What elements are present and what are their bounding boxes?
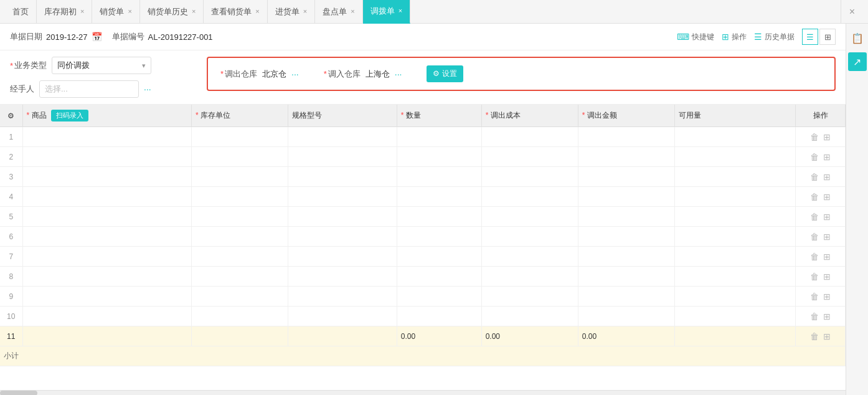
spec-cell[interactable] <box>288 267 397 287</box>
amount-cell[interactable] <box>578 127 674 147</box>
amount-cell[interactable] <box>578 207 674 227</box>
tab-inventory-init[interactable]: 库存期初 × <box>37 0 92 24</box>
unit-cell[interactable] <box>192 307 288 326</box>
goods-cell[interactable] <box>22 287 192 307</box>
spec-cell[interactable] <box>288 287 397 307</box>
cost-cell[interactable] <box>481 247 578 267</box>
copy-icon[interactable]: ⊞ <box>823 331 831 341</box>
tab-sales-history[interactable]: 销货单历史 × <box>140 0 204 24</box>
close-icon[interactable]: × <box>80 8 84 15</box>
warehouse-out-more-icon[interactable]: ··· <box>291 69 299 79</box>
qty-cell[interactable] <box>397 247 481 267</box>
spec-cell[interactable] <box>288 247 397 267</box>
spec-cell[interactable] <box>288 227 397 247</box>
goods-cell[interactable] <box>22 267 192 287</box>
delete-icon[interactable]: 🗑 <box>810 232 819 242</box>
handler-select[interactable]: 选择... <box>39 80 139 98</box>
tab-sales-order[interactable]: 销货单 × <box>92 0 139 24</box>
qty-cell[interactable] <box>397 207 481 227</box>
tab-view-sales[interactable]: 查看销货单 × <box>204 0 267 24</box>
qty-cell[interactable] <box>397 187 481 207</box>
sidebar-docs-icon[interactable]: 📋 <box>848 29 867 47</box>
spec-cell[interactable] <box>288 127 397 147</box>
unit-cell[interactable] <box>192 227 288 247</box>
goods-cell[interactable] <box>22 247 192 267</box>
cost-cell[interactable] <box>481 167 578 187</box>
goods-cell[interactable] <box>22 187 192 207</box>
amount-cell[interactable] <box>578 167 674 187</box>
delete-icon[interactable]: 🗑 <box>810 172 819 182</box>
unit-cell[interactable] <box>192 187 288 207</box>
goods-cell[interactable] <box>22 147 192 167</box>
unit-cell[interactable] <box>192 267 288 287</box>
spec-cell[interactable] <box>288 307 397 326</box>
unit-cell[interactable] <box>192 127 288 147</box>
layout-btn-list[interactable]: ☰ <box>802 29 818 45</box>
copy-icon[interactable]: ⊞ <box>823 192 831 202</box>
amount-cell[interactable] <box>578 247 674 267</box>
handler-more-icon[interactable]: ··· <box>144 84 151 94</box>
copy-icon[interactable]: ⊞ <box>823 152 831 162</box>
delete-icon[interactable]: 🗑 <box>810 212 819 222</box>
tab-home[interactable]: 首页 <box>5 0 37 24</box>
tab-transfer[interactable]: 调拨单 × <box>363 0 410 24</box>
sidebar-expand-icon[interactable]: ↗ <box>848 52 867 71</box>
layout-btn-grid[interactable]: ⊞ <box>819 29 836 45</box>
qty-cell[interactable] <box>397 307 481 326</box>
tab-purchase[interactable]: 进货单 × <box>268 0 315 24</box>
close-icon[interactable]: × <box>303 8 307 15</box>
business-type-select[interactable]: 同价调拨 ▾ <box>52 57 151 74</box>
qty-cell[interactable] <box>397 167 481 187</box>
gear-icon[interactable]: ⚙ <box>7 112 14 120</box>
tab-inventory-check[interactable]: 盘点单 × <box>315 0 362 24</box>
cost-cell[interactable] <box>481 207 578 227</box>
close-icon[interactable]: × <box>255 8 259 15</box>
amount-cell[interactable] <box>578 227 674 247</box>
qty-cell[interactable] <box>397 147 481 167</box>
delete-icon[interactable]: 🗑 <box>810 132 819 142</box>
delete-icon[interactable]: 🗑 <box>810 331 819 341</box>
amount-cell[interactable] <box>578 267 674 287</box>
copy-icon[interactable]: ⊞ <box>823 212 831 222</box>
qty-cell[interactable] <box>397 267 481 287</box>
amount-cell[interactable] <box>578 287 674 307</box>
spec-cell[interactable] <box>288 207 397 227</box>
goods-cell[interactable] <box>22 207 192 227</box>
cost-cell[interactable] <box>481 187 578 207</box>
spec-cell[interactable] <box>288 147 397 167</box>
copy-icon[interactable]: ⊞ <box>823 172 831 182</box>
close-icon[interactable]: × <box>128 8 131 15</box>
goods-cell[interactable] <box>22 227 192 247</box>
spec-cell[interactable] <box>288 167 397 187</box>
delete-icon[interactable]: 🗑 <box>810 292 819 302</box>
copy-icon[interactable]: ⊞ <box>823 232 831 242</box>
qty-cell[interactable] <box>397 287 481 307</box>
unit-cell[interactable] <box>192 207 288 227</box>
delete-icon[interactable]: 🗑 <box>810 192 819 202</box>
cost-cell[interactable] <box>481 287 578 307</box>
close-icon[interactable]: × <box>351 8 354 15</box>
copy-icon[interactable]: ⊞ <box>823 132 831 142</box>
operations-button[interactable]: ⊞ 操作 <box>722 32 747 42</box>
history-docs-button[interactable]: ☰ 历史单据 <box>754 32 795 42</box>
close-icon[interactable]: × <box>399 7 402 14</box>
delete-icon[interactable]: 🗑 <box>810 272 819 282</box>
shortcuts-button[interactable]: ⌨ 快捷键 <box>677 32 714 42</box>
cost-cell[interactable] <box>481 147 578 167</box>
scan-button[interactable]: 扫码录入 <box>51 110 88 121</box>
spec-cell[interactable] <box>288 187 397 207</box>
cost-cell[interactable] <box>481 307 578 326</box>
goods-cell[interactable] <box>22 167 192 187</box>
unit-cell[interactable] <box>192 247 288 267</box>
amount-cell[interactable] <box>578 187 674 207</box>
cost-cell[interactable] <box>481 227 578 247</box>
copy-icon[interactable]: ⊞ <box>823 252 831 262</box>
goods-cell[interactable] <box>22 127 192 147</box>
close-icon[interactable]: × <box>192 8 196 15</box>
close-all-button[interactable]: × <box>841 0 863 24</box>
scrollbar-thumb[interactable] <box>0 391 37 395</box>
copy-icon[interactable]: ⊞ <box>823 312 831 321</box>
cost-cell[interactable] <box>481 127 578 147</box>
copy-icon[interactable]: ⊞ <box>823 292 831 302</box>
settings-button[interactable]: ⚙ 设置 <box>427 65 463 82</box>
